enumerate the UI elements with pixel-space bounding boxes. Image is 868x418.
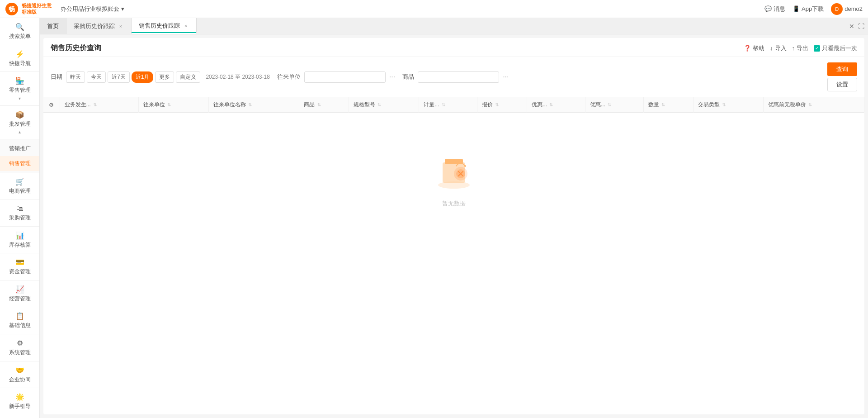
col-discount2[interactable]: 优惠... ⇅ xyxy=(585,97,643,113)
sidebar-item-sales[interactable]: 销售管理 xyxy=(0,156,39,171)
import-btn[interactable]: ↓ 导入 xyxy=(770,44,787,52)
sidebar-item-newbie[interactable]: 🌟 新手引导 xyxy=(0,388,39,415)
col-settings[interactable]: ⚙ xyxy=(43,97,60,113)
svg-text:畅: 畅 xyxy=(9,5,15,13)
header-right: 💬 消息 📱 App下载 D demo2 xyxy=(764,3,863,15)
col-partner-code[interactable]: 往来单位 ⇅ xyxy=(138,97,208,113)
col-discount1-label: 优惠... xyxy=(532,101,547,108)
date-filter-group: 日期 昨天 今天 近7天 近1月 更多 自定义 2023-02-18 至 202… xyxy=(51,71,270,83)
wholesale-submenu: 营销推广 销售管理 xyxy=(0,139,39,173)
col-product-label: 商品 xyxy=(304,101,315,108)
help-btn[interactable]: ❓ 帮助 xyxy=(744,44,764,52)
content-area: 首页 采购历史价跟踪 × 销售历史价跟踪 × ✕ ⛶ 销售历史价查询 xyxy=(40,18,868,418)
col-partner-code-label: 往来单位 xyxy=(143,101,165,108)
col-discount1[interactable]: 优惠... ⇅ xyxy=(527,97,585,113)
sidebar-item-wholesale[interactable]: 📦 批发管理 ▴ xyxy=(0,106,39,140)
sidebar-item-enterprise[interactable]: 🤝 企业协同 xyxy=(0,361,39,389)
enterprise-icon: 🤝 xyxy=(15,366,24,375)
sidebar-label-finance: 资金管理 xyxy=(9,268,31,276)
date-btn-custom[interactable]: 自定义 xyxy=(176,71,200,83)
message-btn[interactable]: 💬 消息 xyxy=(764,5,785,13)
sidebar-label-system: 系统管理 xyxy=(9,349,31,356)
finance-icon: 💳 xyxy=(15,258,24,266)
col-trade-type[interactable]: 交易类型 ⇅ xyxy=(693,97,763,113)
import-icon: ↓ xyxy=(770,45,773,52)
sort-icon-unit: ⇅ xyxy=(442,102,445,107)
col-pretax-price[interactable]: 优惠前无税单价 ⇅ xyxy=(763,97,864,113)
sort-icon-partner-code: ⇅ xyxy=(167,102,171,107)
col-quantity[interactable]: 数量 ⇅ xyxy=(643,97,693,113)
date-btn-today[interactable]: 今天 xyxy=(87,71,106,83)
sidebar-label-ecommerce: 电商管理 xyxy=(9,188,31,195)
tab-bar: 首页 采购历史价跟踪 × 销售历史价跟踪 × ✕ ⛶ xyxy=(40,18,868,34)
empty-icon xyxy=(431,149,476,194)
sidebar-item-search[interactable]: 🔍 搜索菜单 xyxy=(0,18,39,45)
search-icon: 🔍 xyxy=(15,23,24,31)
partner-filter-group: 往来单位 ··· xyxy=(277,71,395,83)
partner-dots-btn[interactable]: ··· xyxy=(389,73,395,81)
sidebar-item-basic[interactable]: 📋 基础信息 xyxy=(0,307,39,334)
only-last-checkbox[interactable]: ✓ 只看最后一次 xyxy=(814,44,857,52)
sort-icon-quote: ⇅ xyxy=(495,102,499,107)
sidebar-label-wholesale: 批发管理 xyxy=(9,121,31,128)
sidebar-item-purchase[interactable]: 🛍 采购管理 xyxy=(0,200,39,227)
user-area[interactable]: D demo2 xyxy=(831,3,863,15)
sort-icon-product: ⇅ xyxy=(317,102,321,107)
sidebar-item-appcenter[interactable]: 📱 应用中心 xyxy=(0,415,39,418)
date-btn-more[interactable]: 更多 xyxy=(155,71,174,83)
col-spec[interactable]: 规格型号 ⇅ xyxy=(349,97,419,113)
sort-icon-pretax-price: ⇅ xyxy=(808,102,812,107)
checkbox-checked-icon: ✓ xyxy=(814,45,820,52)
tab-purchase-history[interactable]: 采购历史价跟踪 × xyxy=(66,18,132,34)
col-quote-label: 报价 xyxy=(482,101,493,108)
tab-sales-label: 销售历史价跟踪 xyxy=(139,22,180,30)
setting-button[interactable]: 设置 xyxy=(827,78,857,91)
export-btn[interactable]: ↑ 导出 xyxy=(792,44,809,52)
query-button[interactable]: 查询 xyxy=(827,62,857,76)
main-layout: 🔍 搜索菜单 ⚡ 快捷导航 🏪 零售管理 ▾ 📦 批发管理 ▴ 营销推广 销售管… xyxy=(0,18,868,418)
svg-point-7 xyxy=(464,165,466,167)
sidebar-item-inventory[interactable]: 📊 库存核算 xyxy=(0,227,39,254)
tab-maximize-btn[interactable]: ⛶ xyxy=(858,23,864,30)
sort-icon-discount2: ⇅ xyxy=(608,102,611,107)
sidebar-item-shortcuts[interactable]: ⚡ 快捷导航 xyxy=(0,45,39,72)
col-discount2-label: 优惠... xyxy=(590,101,605,108)
tab-purchase-close[interactable]: × xyxy=(118,23,124,29)
tab-sales-history[interactable]: 销售历史价跟踪 × xyxy=(132,18,197,34)
tab-sales-close[interactable]: × xyxy=(183,23,189,29)
sidebar-label-enterprise: 企业协同 xyxy=(9,376,31,384)
tab-close-btn[interactable]: ✕ xyxy=(849,23,854,30)
app-download-btn[interactable]: 📱 App下载 xyxy=(793,5,824,13)
col-unit[interactable]: 计量... ⇅ xyxy=(419,97,477,113)
col-biz-date[interactable]: 业务发生... ⇅ xyxy=(60,97,138,113)
sidebar-label-shortcuts: 快捷导航 xyxy=(9,60,31,67)
wholesale-arrow: ▴ xyxy=(19,129,21,134)
col-partner-name[interactable]: 往来单位名称 ⇅ xyxy=(208,97,299,113)
tab-home[interactable]: 首页 xyxy=(40,18,66,34)
operations-icon: 📈 xyxy=(15,285,24,294)
sidebar-item-operations[interactable]: 📈 经营管理 xyxy=(0,280,39,308)
date-btn-yesterday[interactable]: 昨天 xyxy=(66,71,85,83)
sidebar-item-retail[interactable]: 🏪 零售管理 ▾ xyxy=(0,72,39,106)
tab-bar-actions: ✕ ⛶ xyxy=(845,18,868,34)
product-input[interactable] xyxy=(418,71,499,83)
col-quote[interactable]: 报价 ⇅ xyxy=(477,97,527,113)
logo-area: 畅 畅捷通好生意 标准版 xyxy=(5,3,52,15)
purchase-icon: 🛍 xyxy=(16,204,24,213)
filter-area: 日期 昨天 今天 近7天 近1月 更多 自定义 2023-02-18 至 202… xyxy=(43,57,864,97)
product-dots-btn[interactable]: ··· xyxy=(503,73,509,81)
table-header-row: ⚙ 业务发生... ⇅ 往来单位 ⇅ 往来单位名称 ⇅ xyxy=(43,97,864,113)
sidebar-label-search: 搜索菜单 xyxy=(9,33,31,40)
sidebar-label-newbie: 新手引导 xyxy=(9,403,31,410)
sidebar-item-marketing[interactable]: 营销推广 xyxy=(0,141,39,156)
col-trade-type-label: 交易类型 xyxy=(698,101,720,108)
date-btn-1month[interactable]: 近1月 xyxy=(132,71,154,83)
sidebar-item-ecommerce[interactable]: 🛒 电商管理 xyxy=(0,173,39,200)
date-btn-7days[interactable]: 近7天 xyxy=(108,71,130,83)
sidebar-item-finance[interactable]: 💳 资金管理 xyxy=(0,253,39,280)
partner-input[interactable] xyxy=(304,71,386,83)
col-product[interactable]: 商品 ⇅ xyxy=(299,97,349,113)
page-title: 销售历史价查询 xyxy=(51,43,101,53)
company-selector[interactable]: 办公用品行业模拟账套 ▾ xyxy=(61,5,124,13)
sidebar-item-system[interactable]: ⚙ 系统管理 xyxy=(0,334,39,361)
